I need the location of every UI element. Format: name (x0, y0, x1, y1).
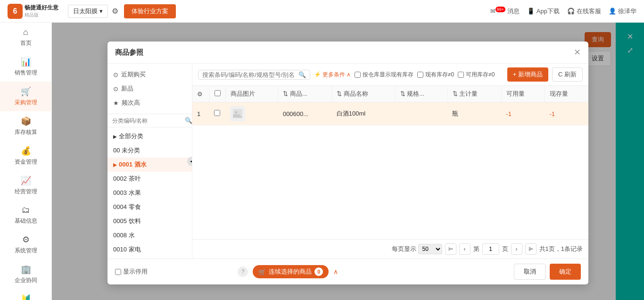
trial-btn[interactable]: 体验行业方案 (124, 4, 176, 18)
modal-overlay: 商品参照 ✕ ⊙ 近期购买 ⊙ (52, 23, 644, 300)
sidebar-item-purchase[interactable]: 🛒采购管理 (0, 82, 51, 111)
category-list: ▶ 全部分类 00 未分类 ▶ 0001 酒水 0002 茶 (107, 127, 192, 258)
cart-btn[interactable]: 🛒 连续选择的商品 0 (253, 265, 329, 278)
arrow-active-icon: ▶ (113, 162, 117, 167)
cart-count-badge: 0 (314, 267, 323, 276)
row-no: 1 (192, 102, 209, 125)
category-0001[interactable]: ▶ 0001 酒水 (107, 158, 192, 172)
nav-right: ✉ 99+ 消息 📱 App下载 🎧 在线客服 👤 徐泽华 (490, 7, 636, 16)
display-disabled-checkbox[interactable] (115, 269, 121, 275)
frequent-tab-label: 频次高 (122, 99, 140, 107)
sidebar-item-sales[interactable]: 📊销售管理 (0, 52, 51, 82)
page-size-select: 每页显示 10 20 50 100 (392, 244, 442, 254)
confirm-button[interactable]: 确定 (550, 264, 581, 280)
product-search-input[interactable] (202, 71, 297, 78)
sidebar-item-operations[interactable]: 📈经营管理 (0, 171, 51, 200)
category-0008[interactable]: 0008 水 (107, 228, 192, 242)
row-checkbox[interactable] (209, 102, 225, 125)
online-service-item[interactable]: 🎧 在线客服 (567, 7, 601, 16)
recent-purchase-tab[interactable]: ⊙ 近期购买 (107, 67, 192, 82)
new-products-tab[interactable]: ⊙ 新品 (107, 82, 192, 96)
stock-checkbox[interactable] (417, 72, 423, 78)
category-0003[interactable]: 0003 水果 (107, 186, 192, 200)
table-row[interactable]: 1 (192, 102, 588, 125)
th-name[interactable]: ⇅ 商品名称 (332, 86, 395, 102)
category-0010[interactable]: 0010 家电 (107, 242, 192, 257)
help-icon[interactable]: ? (238, 267, 248, 277)
sidebar-item-home[interactable]: ⌂首页 (0, 23, 51, 52)
sidebar-item-enterprise[interactable]: 🏢企业协同 (0, 259, 51, 289)
gear-icon[interactable]: ⚙ (112, 7, 118, 16)
app-download-item[interactable]: 📱 App下载 (527, 7, 560, 16)
category-0002[interactable]: 0002 茶叶 (107, 172, 192, 186)
category-00[interactable]: 00 未分类 (107, 143, 192, 158)
search-submit-icon[interactable]: 🔍 (298, 71, 306, 78)
modal-close-button[interactable]: ✕ (574, 47, 581, 58)
th-settings: ⚙ (192, 86, 209, 102)
modal-footer: 显示停用 ? 🛒 连续选择的商品 0 ∧ 取消 (107, 258, 588, 284)
filter-btn[interactable]: ⚡ 更多条件 ∧ (314, 71, 351, 79)
search-icon[interactable]: 🔍 (185, 117, 192, 124)
message-icon: ✉ (490, 8, 495, 15)
display-disabled-label[interactable]: 显示停用 (115, 267, 148, 276)
svg-point-1 (235, 111, 237, 113)
sidebar-item-finance[interactable]: 💰资金管理 (0, 141, 51, 171)
th-unit[interactable]: ⇅ 主计量 (447, 86, 501, 102)
arrow-icon: ▶ (113, 134, 117, 139)
category-all[interactable]: ▶ 全部分类 (107, 129, 192, 143)
settings-col-icon[interactable]: ⚙ (197, 91, 203, 98)
checkbox-stock[interactable]: 现有库存≠0 (417, 71, 454, 79)
username-label: 徐泽华 (618, 7, 636, 16)
page-prev-btn[interactable]: ‹ (459, 243, 471, 255)
category-0005[interactable]: 0005 饮料 (107, 214, 192, 228)
checkbox-usable[interactable]: 可用库存≠0 (458, 71, 495, 79)
page-number-input[interactable] (482, 243, 499, 255)
nav-selector[interactable]: 日太阳膜 ▾ (68, 5, 108, 18)
row-unit: 瓶 (447, 102, 501, 125)
headset-icon: 🎧 (567, 8, 575, 15)
top-nav: 6 畅捷通好生意 精品版 日太阳膜 ▾ ⚙ 体验行业方案 ✉ 99+ 消息 📱 … (0, 0, 644, 23)
usable-checkbox[interactable] (458, 72, 464, 78)
page-size-dropdown[interactable]: 10 20 50 100 (418, 244, 442, 254)
cancel-button[interactable]: 取消 (514, 264, 546, 280)
home-icon: ⌂ (23, 27, 28, 37)
category-0004[interactable]: 0004 零食 (107, 200, 192, 214)
main-layout: ⌂首页📊销售管理🛒采购管理📦库存核算💰资金管理📈经营管理🗂基础信息⚙系统管理🏢企… (0, 23, 644, 300)
refresh-button[interactable]: C 刷新 (552, 67, 583, 82)
messages-count-badge: 99+ (495, 7, 505, 12)
page-last-btn[interactable]: ⊫ (525, 243, 537, 255)
sidebar: ⌂首页📊销售管理🛒采购管理📦库存核算💰资金管理📈经营管理🗂基础信息⚙系统管理🏢企… (0, 23, 52, 300)
sidebar-item-basic[interactable]: 🗂基础信息 (0, 200, 51, 230)
messages-item[interactable]: ✉ 99+ 消息 (490, 7, 520, 16)
add-product-button[interactable]: + 新增商品 (507, 67, 548, 82)
select-all-checkbox[interactable] (215, 90, 221, 96)
checkbox-warehouse[interactable]: 按仓库显示现有库存 (355, 71, 413, 79)
collapse-up-icon[interactable]: ∧ (333, 268, 338, 275)
sidebar-item-inventory[interactable]: 📦库存核算 (0, 111, 51, 141)
frequent-tab[interactable]: ★ 频次高 (107, 96, 192, 110)
table-header-row: ⚙ 商品图片 ⇅ 商品... (192, 86, 588, 102)
warehouse-checkbox[interactable] (355, 72, 361, 78)
total-info: 共1页，1条记录 (539, 245, 583, 253)
user-icon: 👤 (609, 8, 616, 15)
th-usable: 可用量 (502, 86, 545, 102)
category-search-input[interactable] (112, 117, 183, 124)
sidebar-item-system[interactable]: ⚙系统管理 (0, 230, 51, 259)
page-next-btn[interactable]: › (511, 243, 522, 255)
system-icon: ⚙ (22, 234, 30, 245)
collapse-panel-btn[interactable]: ◀ (187, 157, 192, 166)
row-name: 白酒100ml (332, 102, 395, 125)
table-wrap: ⚙ 商品图片 ⇅ 商品... (192, 86, 588, 239)
row-select-checkbox[interactable] (214, 110, 220, 116)
th-code[interactable]: ⇅ 商品... (278, 86, 332, 102)
sort-name-icon: ⇅ (337, 90, 342, 97)
user-item[interactable]: 👤 徐泽华 (609, 7, 636, 16)
nav-selector-label: 日太阳膜 (73, 7, 98, 16)
logo-area: 6 畅捷通好生意 精品版 (8, 4, 58, 19)
footer-left: 显示停用 (115, 267, 148, 276)
pagination: 每页显示 10 20 50 100 ⊨ ‹ 第 (192, 239, 588, 258)
sidebar-item-guide[interactable]: 🔰新手引导 (0, 289, 51, 300)
page-first-btn[interactable]: ⊨ (445, 243, 456, 255)
category-search: 🔍 (107, 114, 192, 127)
th-spec[interactable]: ⇅ 规格... (395, 86, 447, 102)
